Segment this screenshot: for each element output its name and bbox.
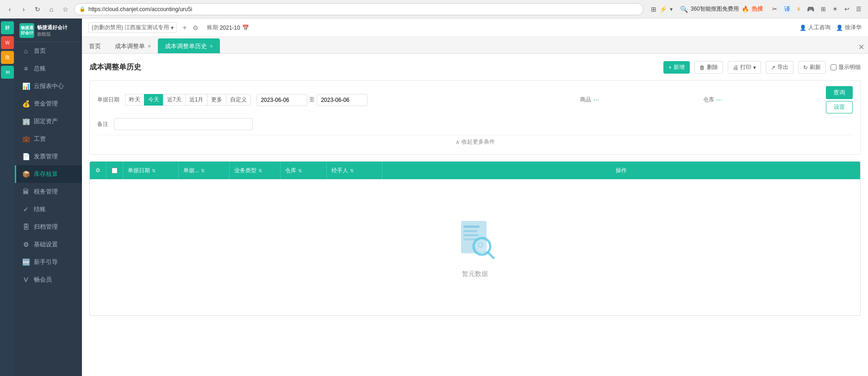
th-operator[interactable]: 经手人 ⇅: [327, 162, 382, 179]
browser-grid-icon[interactable]: ⊞: [651, 6, 656, 13]
username-btn[interactable]: 👤 徐泽华: [836, 24, 862, 31]
product-dots[interactable]: ···: [593, 96, 599, 104]
sidebar-item-member[interactable]: V 畅会员: [15, 271, 82, 288]
date-start-input[interactable]: [256, 94, 307, 106]
browser-back-btn[interactable]: ‹: [5, 4, 15, 14]
th-date[interactable]: 单据日期 ⇅: [123, 162, 179, 179]
company-label: (勿删勿禁用) 江西服宝测试专用: [92, 24, 169, 31]
sidebar-item-home[interactable]: ⌂ 首页: [15, 42, 82, 60]
date-btn-today[interactable]: 今天: [144, 94, 163, 106]
tab-cost-adjust[interactable]: 成本调整单 ×: [108, 38, 158, 53]
browser-scissors-btn[interactable]: ✂: [770, 5, 779, 14]
print-btn[interactable]: 🖨 打印 ▾: [728, 61, 761, 74]
icon-strip-orange[interactable]: 微: [1, 51, 14, 64]
sidebar-item-close[interactable]: ✓ 结账: [15, 201, 82, 218]
browser-lightning-icon[interactable]: ⚡: [659, 6, 667, 13]
product-filter: 商品 ···: [580, 96, 599, 104]
sidebar-item-guide[interactable]: 🆕 新手引导: [15, 253, 82, 271]
address-bar[interactable]: 🔒 https://cloud.chanjet.com/accounting/u…: [74, 3, 643, 15]
icon-strip-logo[interactable]: 好: [1, 21, 14, 34]
sidebar-logo: 畅捷通好会计 畅捷通好会计 旗舰版: [15, 19, 82, 42]
sidebar-item-inventory[interactable]: 📦 库存核算: [15, 165, 82, 183]
browser-coin-btn[interactable]: ¥: [795, 5, 802, 14]
browser-menu-btn[interactable]: ☰: [854, 5, 863, 14]
date-btn-7days[interactable]: 近7天: [163, 94, 185, 106]
th-type[interactable]: 业务类型 ⇅: [230, 162, 281, 179]
period-label: 账期: [207, 24, 218, 31]
export-btn[interactable]: ↗ 导出: [766, 61, 793, 74]
data-table: ⚙ 单据日期 ⇅ 单据... ⇅ 业务类型 ⇅: [89, 161, 861, 316]
new-btn[interactable]: + 新增: [663, 61, 690, 74]
sidebar-item-tax[interactable]: 🏛 税务管理: [15, 183, 82, 201]
sidebar-item-fund[interactable]: 💰 资金管理: [15, 95, 82, 113]
sort-no-icon: ⇅: [201, 168, 205, 173]
svg-rect-4: [463, 238, 476, 240]
th-date-label: 单据日期: [128, 167, 150, 175]
user-service-btn[interactable]: 👤 人工咨询: [799, 24, 831, 31]
sidebar-item-ledger[interactable]: ≡ 总账: [15, 60, 82, 77]
select-all-checkbox[interactable]: [112, 168, 118, 174]
browser-star-btn[interactable]: ☆: [60, 4, 70, 14]
show-bright-checkbox[interactable]: 显示明细: [831, 63, 861, 71]
date-btn-1month[interactable]: 近1月: [185, 94, 207, 106]
icon-strip-red[interactable]: W: [1, 36, 14, 49]
user-avatar-icon: 👤: [836, 25, 843, 31]
add-tab-btn[interactable]: +: [181, 24, 188, 32]
collapse-label: 收起更多条件: [462, 138, 495, 146]
icon-strip-chat[interactable]: ✉: [1, 66, 14, 79]
delete-btn[interactable]: 🗑 删除: [694, 61, 723, 74]
setting-btn[interactable]: 设置: [826, 101, 853, 113]
empty-text: 暂元数据: [462, 270, 488, 278]
date-btn-custom[interactable]: 自定义: [226, 94, 251, 106]
export-label: 导出: [777, 63, 788, 71]
fire-icon: 🔥: [742, 6, 749, 13]
browser-undo-btn[interactable]: ↩: [843, 5, 851, 14]
date-btn-more[interactable]: 更多: [207, 94, 226, 106]
query-btn[interactable]: 查询: [826, 86, 853, 99]
tab-cost-adjust-history[interactable]: 成本调整单历史 ×: [158, 38, 220, 53]
svg-rect-3: [463, 234, 479, 236]
show-bright-input[interactable]: [831, 64, 837, 70]
browser-refresh-btn[interactable]: ↻: [32, 4, 43, 14]
refresh-btn[interactable]: ↻ 刷新: [798, 61, 826, 74]
collapse-btn[interactable]: ∧ 收起更多条件: [97, 135, 853, 149]
sidebar-item-invoice[interactable]: 📄 发票管理: [15, 148, 82, 165]
company-selector[interactable]: (勿删勿禁用) 江西服宝测试专用 ▾: [88, 22, 177, 33]
th-action-label: 操作: [616, 167, 627, 175]
browser-forward-btn[interactable]: ›: [19, 4, 29, 14]
tab-cost-adjust-close[interactable]: ×: [148, 43, 151, 50]
browser-translate-btn[interactable]: 译: [782, 5, 793, 14]
browser-dropdown-icon[interactable]: ▾: [670, 6, 673, 13]
column-settings-icon[interactable]: ⚙: [95, 167, 100, 174]
date-end-input[interactable]: [317, 94, 368, 106]
th-type-label: 业务类型: [234, 167, 256, 175]
th-no[interactable]: 单据... ⇅: [179, 162, 230, 179]
warehouse-label: 仓库: [703, 96, 714, 104]
sidebar-item-archive[interactable]: 🗄 归档管理: [15, 218, 82, 236]
remark-input[interactable]: [114, 118, 253, 130]
warehouse-dots[interactable]: ···: [716, 96, 722, 104]
th-check[interactable]: [106, 162, 123, 179]
browser-game-btn[interactable]: 🎮: [805, 5, 816, 14]
new-label: 新增: [674, 63, 685, 71]
ssl-lock-icon: 🔒: [79, 6, 86, 12]
calendar-icon[interactable]: 📅: [242, 25, 249, 31]
topbar-settings-icon[interactable]: ⚙: [193, 24, 199, 31]
browser-home-btn[interactable]: ⌂: [46, 4, 56, 14]
date-btn-yesterday[interactable]: 昨天: [125, 94, 144, 106]
th-warehouse[interactable]: 仓库 ⇅: [281, 162, 327, 179]
window-close-btn[interactable]: ✕: [855, 41, 868, 53]
tab-history-close[interactable]: ×: [210, 43, 213, 50]
period-value: 2021-10: [220, 25, 240, 31]
sidebar-item-settings[interactable]: ⚙ 基础设置: [15, 236, 82, 253]
sidebar-item-salary[interactable]: 💼 工资: [15, 130, 82, 148]
browser-display-btn[interactable]: ☀: [831, 5, 840, 14]
tab-home[interactable]: 首页: [82, 38, 108, 53]
home-icon: ⌂: [22, 47, 30, 55]
th-settings[interactable]: ⚙: [90, 162, 106, 179]
sidebar-item-report[interactable]: 📊 云报表中心: [15, 77, 82, 95]
print-dropdown-icon: ▾: [753, 64, 756, 71]
browser-apps-btn[interactable]: ⊞: [819, 5, 828, 14]
tab-cost-adjust-history-label: 成本调整单历史: [165, 42, 207, 50]
sidebar-item-asset[interactable]: 🏢 固定资产: [15, 113, 82, 130]
